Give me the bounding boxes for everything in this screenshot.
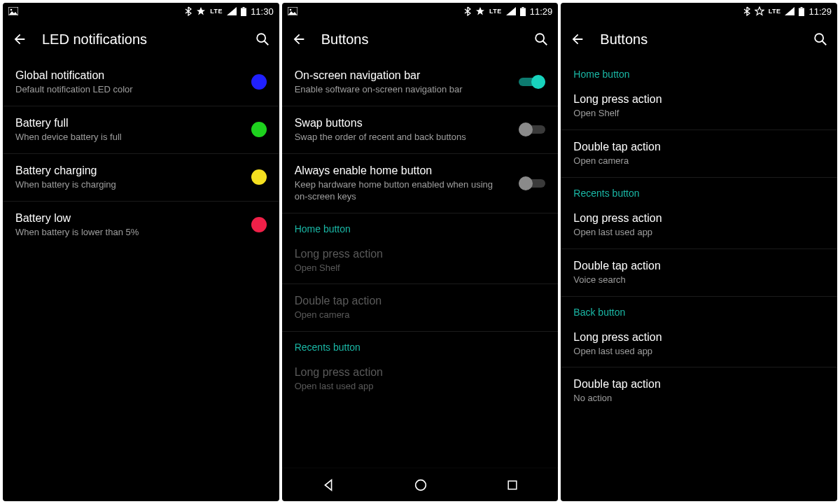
item-recents-longpress[interactable]: Long press actionOpen last used app — [561, 202, 837, 249]
svg-line-5 — [264, 41, 268, 46]
item-recents-doubletap[interactable]: Double tap actionVoice search — [561, 249, 837, 297]
page-title: Buttons — [600, 31, 811, 48]
screen-buttons-toggles: LTE 11:29 Buttons On-screen navigation b… — [282, 3, 559, 501]
svg-rect-8 — [522, 7, 524, 8]
search-icon[interactable] — [253, 29, 272, 49]
led-item-battery-charging[interactable]: Battery chargingWhen battery is charging — [3, 154, 279, 202]
status-bar: LTE 11:29 — [282, 3, 559, 20]
lte-indicator: LTE — [489, 8, 502, 15]
page-title: Buttons — [321, 31, 532, 48]
nav-home-icon[interactable] — [413, 477, 428, 493]
screen-buttons-actions: LTE 11:29 Buttons Home button Long press… — [561, 3, 837, 501]
battery-icon — [520, 7, 526, 16]
star-outline-icon — [755, 6, 764, 16]
item-subtitle: Open camera — [573, 155, 825, 167]
item-subtitle: Open Shelf — [295, 262, 546, 274]
bluetooth-icon — [464, 6, 471, 16]
led-color-dot — [251, 169, 267, 185]
back-arrow-icon[interactable] — [10, 29, 29, 49]
item-subtitle: Open last used app — [573, 346, 825, 358]
item-title: Battery low — [15, 211, 240, 225]
bluetooth-icon — [743, 6, 750, 16]
signal-icon — [785, 7, 794, 15]
search-icon[interactable] — [531, 29, 551, 49]
led-item-battery-full[interactable]: Battery fullWhen device battery is full — [3, 106, 279, 154]
clock: 11:29 — [808, 6, 832, 17]
battery-icon — [799, 7, 804, 16]
item-subtitle: Keep hardware home button enabled when u… — [295, 179, 508, 203]
item-recents-longpress[interactable]: Long press actionOpen last used app — [282, 356, 559, 402]
led-color-dot — [251, 122, 267, 137]
section-header-back: Back button — [561, 297, 837, 321]
item-subtitle: Enable software on-screen navigation bar — [295, 84, 508, 96]
toggle-always-home[interactable]: Always enable home buttonKeep hardware h… — [282, 154, 559, 214]
gallery-icon — [8, 7, 18, 15]
status-bar: LTE 11:30 — [3, 3, 279, 20]
toggle-onscreen-nav[interactable]: On-screen navigation barEnable software … — [282, 59, 559, 106]
search-icon[interactable] — [811, 29, 830, 49]
item-subtitle: When device battery is full — [15, 132, 240, 144]
item-title: Double tap action — [573, 377, 825, 391]
star-icon — [475, 6, 485, 16]
led-color-dot — [251, 217, 267, 232]
item-subtitle: Swap the order of recent and back button… — [295, 132, 508, 144]
item-title: On-screen navigation bar — [295, 69, 508, 83]
back-arrow-icon[interactable] — [289, 29, 309, 49]
item-title: Long press action — [573, 330, 825, 344]
section-header-recents: Recents button — [282, 332, 559, 356]
gallery-icon — [288, 7, 298, 15]
item-back-doubletap[interactable]: Double tap actionNo action — [561, 368, 837, 414]
clock: 11:30 — [251, 6, 274, 17]
nav-recents-icon[interactable] — [505, 478, 519, 492]
item-back-longpress[interactable]: Long press actionOpen last used app — [561, 321, 837, 368]
section-header-home: Home button — [561, 59, 837, 83]
lte-indicator: LTE — [210, 8, 223, 15]
settings-list: Home button Long press actionOpen Shelf … — [561, 59, 837, 501]
app-bar: Buttons — [282, 20, 559, 59]
item-title: Global notification — [15, 69, 240, 83]
item-title: Double tap action — [295, 294, 546, 308]
app-bar: LED notifications — [3, 20, 279, 59]
item-title: Swap buttons — [295, 116, 508, 130]
item-home-longpress[interactable]: Long press actionOpen Shelf — [561, 83, 837, 130]
toggle-switch[interactable] — [519, 122, 545, 136]
svg-point-10 — [536, 34, 545, 42]
item-title: Double tap action — [573, 259, 825, 273]
led-item-battery-low[interactable]: Battery lowWhen battery is lower than 5% — [3, 202, 279, 248]
item-home-longpress[interactable]: Long press actionOpen Shelf — [282, 237, 559, 285]
toggle-switch[interactable] — [519, 176, 545, 190]
battery-icon — [241, 7, 246, 16]
item-home-doubletap[interactable]: Double tap actionOpen camera — [561, 130, 837, 178]
svg-rect-2 — [243, 7, 245, 8]
clock: 11:29 — [530, 6, 553, 17]
svg-point-12 — [416, 479, 426, 490]
item-title: Long press action — [573, 92, 825, 106]
signal-icon — [506, 7, 516, 15]
screen-led-notifications: LTE 11:30 LED notifications Global notif… — [3, 3, 279, 501]
toggle-swap-buttons[interactable]: Swap buttonsSwap the order of recent and… — [282, 106, 559, 154]
item-title: Double tap action — [573, 140, 825, 154]
settings-list: On-screen navigation barEnable software … — [282, 59, 559, 468]
svg-rect-14 — [801, 7, 803, 8]
svg-rect-13 — [508, 481, 517, 489]
navigation-bar — [282, 468, 559, 501]
item-title: Battery charging — [15, 164, 240, 178]
svg-line-17 — [822, 41, 827, 46]
item-subtitle: When battery is lower than 5% — [15, 227, 240, 239]
section-header-home: Home button — [282, 214, 559, 237]
status-bar: LTE 11:29 — [561, 3, 837, 20]
item-subtitle: Open camera — [295, 309, 546, 321]
toggle-switch[interactable] — [519, 75, 545, 89]
svg-line-11 — [543, 41, 547, 46]
back-arrow-icon[interactable] — [568, 29, 587, 49]
item-home-doubletap[interactable]: Double tap actionOpen camera — [282, 284, 559, 332]
item-subtitle: Default notification LED color — [15, 84, 240, 96]
item-title: Battery full — [15, 116, 240, 130]
item-title: Long press action — [573, 211, 825, 225]
led-item-global[interactable]: Global notificationDefault notification … — [3, 59, 279, 106]
signal-icon — [227, 7, 237, 15]
svg-rect-15 — [799, 8, 804, 16]
item-subtitle: Voice search — [573, 274, 825, 286]
nav-back-icon[interactable] — [321, 477, 336, 493]
item-title: Always enable home button — [295, 164, 508, 178]
